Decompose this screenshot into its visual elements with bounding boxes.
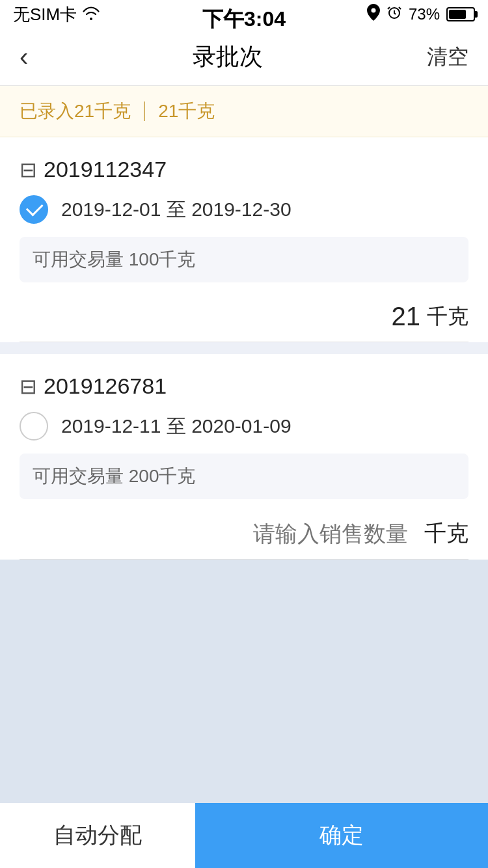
info-divider [144, 102, 145, 121]
status-time: 下午3:04 [202, 5, 286, 34]
info-value: 21千克 [158, 99, 215, 124]
section-separator [0, 342, 488, 354]
quantity-input[interactable] [223, 521, 418, 547]
info-entered-label: 已录入21千克 [20, 99, 131, 124]
batch-2-input-row: 千克 [0, 506, 488, 559]
batch-1-checkbox[interactable] [20, 195, 48, 224]
batch-1-date: 2019-12-01 至 2019-12-30 [61, 197, 291, 223]
content-area: 已录入21千克 21千克 ⊟ 2019112347 2019-12-01 至 2… [0, 86, 488, 868]
batch-item-2: ⊟ 2019126781 2019-12-11 至 2020-01-09 可用交… [0, 354, 488, 560]
batch-1-availability: 可用交易量 100千克 [20, 237, 468, 282]
location-icon [367, 4, 380, 25]
carrier-label: 无SIM卡 [13, 3, 77, 26]
batch-2-date: 2019-12-11 至 2020-01-09 [61, 413, 291, 440]
batch-2-number: 2019126781 [44, 373, 167, 399]
status-bar: 无SIM卡 下午3:04 73% [0, 0, 488, 29]
bottom-bar: 自动分配 确定 [0, 803, 488, 868]
back-button[interactable]: ‹ [20, 42, 28, 72]
confirm-button[interactable]: 确定 [195, 803, 488, 868]
page-title: 录批次 [193, 41, 263, 73]
batch-2-unit: 千克 [424, 519, 468, 549]
batch-2-availability: 可用交易量 200千克 [20, 454, 468, 499]
status-right: 73% [367, 4, 475, 25]
battery-icon [446, 7, 475, 21]
info-banner: 已录入21千克 21千克 [0, 86, 488, 137]
battery-label: 73% [409, 5, 440, 23]
batch-1-row[interactable]: 2019-12-01 至 2019-12-30 [0, 189, 488, 230]
batch-2-row[interactable]: 2019-12-11 至 2020-01-09 [0, 405, 488, 447]
clear-button[interactable]: 清空 [427, 43, 468, 72]
status-left: 无SIM卡 [13, 3, 100, 26]
batch-1-amount-row: 21 千克 [0, 289, 488, 342]
batch-1-icon: ⊟ [20, 157, 37, 182]
auto-distribute-button[interactable]: 自动分配 [0, 803, 195, 868]
nav-bar: ‹ 录批次 清空 [0, 29, 488, 86]
batch-item-1: ⊟ 2019112347 2019-12-01 至 2019-12-30 可用交… [0, 137, 488, 342]
batch-1-unit: 千克 [427, 303, 468, 331]
batch-1-header: ⊟ 2019112347 [0, 137, 488, 189]
wifi-icon [82, 5, 100, 25]
batch-2-checkbox[interactable] [20, 412, 48, 441]
alarm-icon [386, 5, 402, 25]
batch-2-header: ⊟ 2019126781 [0, 354, 488, 405]
batch-1-amount: 21 [392, 302, 421, 331]
batch-2-icon: ⊟ [20, 374, 37, 399]
batch-1-number: 2019112347 [44, 157, 167, 182]
